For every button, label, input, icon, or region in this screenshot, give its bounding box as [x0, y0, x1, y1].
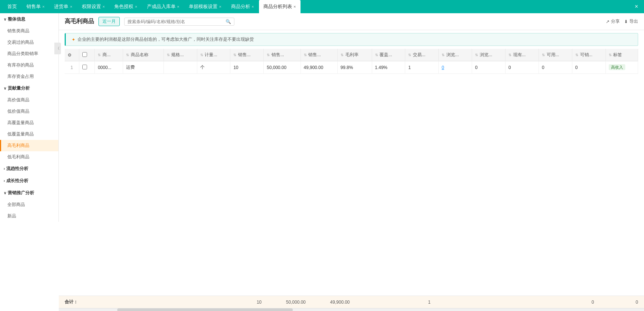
sort-icon: ⇅ [200, 53, 204, 57]
cell-sales_profit: 49,900.00 [301, 61, 337, 74]
col-header-sales_count[interactable]: ⇅ 销售... [230, 49, 264, 61]
sort-icon: ⇅ [98, 53, 102, 57]
sidebar-item-商品分类助销率[interactable]: 商品分类助销率 [0, 48, 58, 59]
cell-code: 0000... [95, 61, 123, 74]
col-header-views1[interactable]: ⇅ 浏览... [439, 49, 472, 61]
sort-icon: ⇅ [408, 53, 412, 57]
col-header-gross_margin[interactable]: ⇅ 毛利率 [337, 49, 372, 61]
sidebar-group-营销推广分析[interactable]: ∨营销推广分析 [0, 187, 58, 199]
cell-name: 运费 [123, 61, 163, 74]
col-header-sales_profit[interactable]: ⇅ 销售... [301, 49, 337, 61]
sort-icon: ⇅ [304, 53, 308, 57]
select-all-checkbox[interactable] [82, 52, 87, 57]
col-header-name[interactable]: ⇅ 商品名称 [123, 49, 163, 61]
nav-close-icon[interactable]: × [135, 4, 137, 9]
nav-close-icon[interactable]: × [102, 4, 105, 9]
nav-close-icon[interactable]: × [294, 4, 296, 9]
col-header-code[interactable]: ⇅ 商... [95, 49, 123, 61]
sort-icon: ⇅ [542, 53, 546, 57]
sort-icon: ⇅ [375, 53, 379, 57]
scroll-bar[interactable] [59, 308, 644, 311]
sidebar-group-流趋性分析[interactable]: ›流趋性分析 [0, 163, 58, 175]
row-num: 1 [65, 61, 79, 74]
col-header-sellable[interactable]: ⇅ 可销... [572, 49, 605, 61]
col-header-unit[interactable]: ⇅ 计量... [197, 49, 230, 61]
col-header-available_stock[interactable]: ⇅ 可用... [539, 49, 572, 61]
sidebar-item-高毛利商品[interactable]: 高毛利商品 [0, 140, 58, 151]
sort-icon: ⇅ [167, 53, 171, 57]
sidebar-item-低覆盖量商品[interactable]: 低覆盖量商品 [0, 129, 58, 140]
sidebar-item-低毛利商品[interactable]: 低毛利商品 [0, 151, 58, 163]
sort-icon: ⇅ [475, 53, 479, 57]
nav-item-商品分析列表[interactable]: 商品分析列表 × [259, 0, 300, 13]
col-header-settings[interactable]: ⚙ [65, 49, 79, 61]
nav-close-icon[interactable]: × [42, 4, 44, 9]
col-header-tag[interactable]: ⇅ 标签 [605, 49, 638, 61]
info-icon: ✦ [72, 37, 75, 42]
arrow-icon: › [4, 167, 5, 171]
nav-item-单据模板设置[interactable]: 单据模板设置 × [184, 0, 226, 13]
cell-views2: 0 [472, 61, 506, 74]
sidebar-item-销售类商品[interactable]: 销售类商品 [0, 25, 58, 37]
sort-icon: ⇅ [508, 53, 512, 57]
cell-tag: 高收入 [605, 61, 638, 74]
share-button[interactable]: ↗ 分享 [606, 18, 620, 25]
export-button[interactable]: ⬇ 导出 [624, 18, 638, 25]
nav-item-角色授权[interactable]: 角色授权 × [110, 0, 141, 13]
search-icon[interactable]: 🔍 [226, 19, 231, 24]
cell-available_stock: 0 [539, 61, 572, 74]
row-checkbox[interactable] [82, 65, 87, 69]
arrow-icon: › [4, 179, 5, 183]
col-header-current_stock[interactable]: ⇅ 现有... [506, 49, 539, 61]
nav-item-首页[interactable]: 首页 [3, 0, 21, 13]
col-header-views2[interactable]: ⇅ 浏览... [472, 49, 506, 61]
row-checkbox-cell[interactable] [79, 61, 95, 74]
close-all-button[interactable]: × [632, 3, 641, 10]
views1-link[interactable]: 0 [442, 65, 444, 70]
table-row: 10000...运费个1050,000.0049,900.0099.8%1.49… [65, 61, 638, 74]
sidebar-item-低价值商品[interactable]: 低价值商品 [0, 106, 58, 117]
col-header-spec[interactable]: ⇅ 规格... [163, 49, 197, 61]
col-header-coverage[interactable]: ⇅ 覆盖... [372, 49, 405, 61]
sidebar-item-交易过的商品[interactable]: 交易过的商品 [0, 37, 58, 48]
sidebar-collapse-button[interactable]: 《 [54, 43, 61, 54]
export-icon: ⬇ [624, 19, 628, 24]
nav-item-进货单[interactable]: 进货单 × [50, 0, 76, 13]
sidebar-item-库存资金占用[interactable]: 库存资金占用 [0, 71, 58, 82]
content-header: 高毛利商品 近一月 🔍 ↗ 分享 ⬇ 导出 [59, 13, 644, 30]
info-text: 企业的主要的利润都是这部分商品创造的，可考虑加大推广，同时关注库存是不要出现缺货 [78, 36, 254, 43]
footer-available-stock: 0 [609, 300, 638, 305]
nav-close-icon[interactable]: × [252, 4, 254, 9]
col-header-check[interactable] [79, 49, 95, 61]
sidebar-item-高价值商品[interactable]: 高价值商品 [0, 94, 58, 106]
filter-recent-month[interactable]: 近一月 [98, 17, 120, 26]
share-label: 分享 [611, 18, 620, 25]
sidebar-group-贡献量分析[interactable]: ∨贡献量分析 [0, 82, 58, 94]
search-input[interactable] [127, 19, 224, 24]
arrow-icon: ∨ [4, 86, 6, 90]
col-header-trade_count[interactable]: ⇅ 交易... [405, 49, 439, 61]
sidebar-group-成长性分析[interactable]: ›成长性分析 [0, 175, 58, 187]
sort-icon: ⇅ [442, 53, 446, 57]
sort-icon: ⇅ [233, 53, 237, 57]
footer-label: 合计： [65, 299, 78, 305]
tag-badge: 高收入 [609, 64, 625, 70]
sidebar-item-新品[interactable]: 新品 [0, 210, 58, 222]
arrow-icon: ∨ [4, 191, 6, 195]
nav-item-销售单[interactable]: 销售单 × [22, 0, 49, 13]
sidebar-item-有库存的商品[interactable]: 有库存的商品 [0, 59, 58, 71]
sidebar-item-全部商品[interactable]: 全部商品 [0, 199, 58, 210]
col-header-sales_amount[interactable]: ⇅ 销售... [264, 49, 301, 61]
nav-close-icon[interactable]: × [219, 4, 221, 9]
sidebar-group-整体信息[interactable]: ∨整体信息 [0, 13, 58, 25]
sidebar-item-高覆盖量商品[interactable]: 高覆盖量商品 [0, 117, 58, 129]
cell-sellable: 0 [572, 61, 605, 74]
nav-item-产成品入库单[interactable]: 产成品入库单 × [143, 0, 184, 13]
nav-item-商品分析[interactable]: 商品分析 × [227, 0, 258, 13]
nav-close-icon[interactable]: × [70, 4, 72, 9]
export-label: 导出 [629, 18, 638, 25]
info-banner: ✦ 企业的主要的利润都是这部分商品创造的，可考虑加大推广，同时关注库存是不要出现… [65, 33, 638, 46]
cell-views1: 0 [439, 61, 472, 74]
nav-item-权限设置[interactable]: 权限设置 × [78, 0, 109, 13]
nav-close-icon[interactable]: × [177, 4, 179, 9]
